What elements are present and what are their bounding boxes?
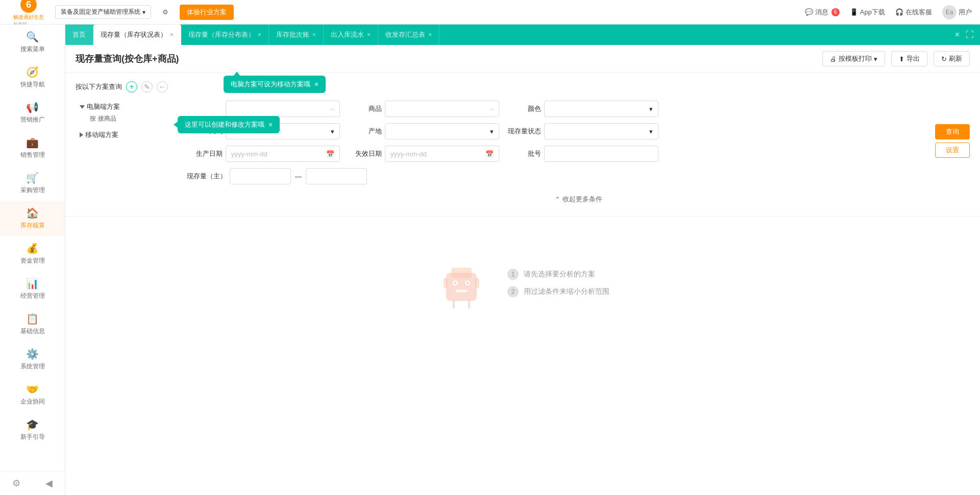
svg-point-5 [467, 282, 469, 284]
export-button[interactable]: ⬆ 导出 [891, 51, 927, 66]
calendar-icon2: 📅 [485, 150, 494, 158]
filter-field-origin: 产地 ▾ [346, 123, 499, 139]
sidebar-item-search[interactable]: 🔍 搜索菜单 [0, 25, 65, 60]
user-button[interactable]: Ea 用户 [942, 5, 972, 19]
tab-home[interactable]: 首页 [65, 25, 93, 45]
support-icon: 🎧 [895, 8, 903, 16]
collapse-filter-button[interactable]: ⌃ 收起更多条件 [187, 191, 970, 208]
tab-stock-status[interactable]: 现存量（库存状况表） × [93, 25, 181, 45]
sidebar-item-system[interactable]: ⚙️ 系统管理 [0, 342, 65, 377]
basic-icon: 📋 [26, 313, 39, 325]
page-header: 现存量查询(按仓库+商品) 🖨 按模板打印 ▾ ⬆ 导出 ↻ [65, 45, 980, 73]
filter-row-2: 尺码 ▾ 产地 ▾ [187, 123, 970, 139]
trial-button[interactable]: 体验行业方案 [180, 5, 234, 20]
purchase-icon: 🛒 [26, 172, 39, 184]
print-template-button[interactable]: 🖨 按模板打印 ▾ [822, 51, 885, 66]
warehouse-select[interactable]: ··· [226, 101, 340, 117]
content-area: 首页 现存量（库存状况表） × 现存量（库存分布表） × 库存批次账 × 出入库… [65, 25, 980, 495]
tab-close-stock-status[interactable]: × [170, 31, 174, 38]
refresh-icon: ↻ [941, 55, 947, 63]
tab-close-in-out-flow[interactable]: × [367, 31, 371, 38]
empty-illustration [436, 257, 487, 309]
sidebar-item-guide[interactable]: 🎓 新手引导 [0, 412, 65, 447]
filter-back-button[interactable]: ← [157, 81, 168, 92]
refresh-button[interactable]: ↻ 刷新 [934, 51, 970, 66]
sidebar-menu: 🔍 搜索菜单 🧭 快捷导航 📢 营销推广 💼 销售管理 🛒 采购管 [0, 25, 65, 471]
sidebar-settings-button[interactable]: ⚙ [10, 476, 22, 491]
tooltip1-close-button[interactable]: × [314, 80, 318, 88]
filter-field-goods: 商品 ··· [346, 101, 499, 117]
logo-area: 6 畅捷通好生意 标准版 [8, 0, 49, 28]
filter-row-4: 现存量（主） — [187, 168, 970, 184]
filter-add-button[interactable]: + [126, 81, 137, 92]
collapse-icon [80, 132, 83, 137]
sidebar-item-purchase[interactable]: 🛒 采购管理 [0, 166, 65, 201]
goods-select[interactable]: ··· [385, 101, 499, 117]
scheme-group-pc-header[interactable]: 电脑端方案 [80, 101, 177, 113]
app-download-button[interactable]: 📱 App下载 [850, 8, 885, 17]
filter-field-expire-date: 失效日期 yyyy-mm-dd 📅 [346, 146, 499, 162]
filter-field-batch: 批号 [505, 146, 658, 162]
filter-row-1: ··· 商品 ··· [187, 101, 970, 117]
guide-icon: 🎓 [26, 418, 39, 431]
sidebar-item-inventory[interactable]: 🏠 库存核算 [0, 201, 65, 236]
scheme-group-pc: 电脑端方案 按 接商品 [80, 101, 177, 125]
page-content: 现存量查询(按仓库+商品) 🖨 按模板打印 ▾ ⬆ 导出 ↻ [65, 45, 980, 495]
stock-status-select[interactable]: ▾ [544, 123, 658, 139]
sidebar-item-nav[interactable]: 🧭 快捷导航 [0, 60, 65, 95]
system-selector[interactable]: 装备及固定资产辅助管理系统 ▾ [55, 5, 151, 19]
filter-header: 按以下方案查询 + ✎ ← 电脑方案可设为移动方案哦 × [76, 81, 970, 92]
calendar-icon: 📅 [326, 150, 334, 158]
chevron-down-icon: ▾ [649, 128, 653, 135]
sidebar-item-operation[interactable]: 📊 经营管理 [0, 271, 65, 307]
chevron-down-icon: ▾ [331, 128, 334, 135]
search-icon: 🔍 [26, 31, 39, 43]
tab-stock-batch[interactable]: 库存批次账 × [269, 25, 324, 45]
tab-fullscreen-button[interactable]: ⛶ [964, 28, 976, 41]
filter-edit-button[interactable]: ✎ [141, 81, 153, 92]
origin-select[interactable]: ▾ [385, 123, 499, 139]
main-layout: 🔍 搜索菜单 🧭 快捷导航 📢 营销推广 💼 销售管理 🛒 采购管 [0, 25, 980, 495]
settings-icon[interactable]: ⚙ [157, 4, 174, 20]
svg-rect-7 [444, 278, 448, 288]
expire-date-input[interactable]: yyyy-mm-dd 📅 [385, 146, 499, 162]
scheme-tree: 电脑端方案 按 接商品 这 [80, 101, 177, 208]
online-support-button[interactable]: 🎧 在线客服 [895, 8, 932, 17]
filter-rows: ··· 商品 ··· [177, 101, 970, 208]
scheme-group-mobile-header[interactable]: 移动端方案 [80, 129, 177, 141]
tab-stock-dist[interactable]: 现存量（库存分布表） × [181, 25, 269, 45]
tab-close-stock-dist[interactable]: × [258, 31, 261, 38]
produce-date-input[interactable]: yyyy-mm-dd 📅 [226, 146, 340, 162]
sidebar-item-sales[interactable]: 💼 销售管理 [0, 130, 65, 166]
sidebar-item-corp[interactable]: 🤝 企业协同 [0, 377, 65, 412]
sidebar-item-marketing[interactable]: 📢 营销推广 [0, 95, 65, 130]
tooltip-pc-scheme-content: 电脑方案可设为移动方案哦 × [224, 76, 326, 93]
color-select[interactable]: ▾ [544, 101, 658, 117]
filter-field-stock-status: 现存量状态 ▾ [505, 123, 658, 139]
tab-close-collect-send[interactable]: × [428, 31, 432, 38]
tab-collect-send[interactable]: 收发存汇总表 × [378, 25, 439, 45]
batch-input[interactable] [544, 146, 658, 162]
filter-row-3: 生产日期 yyyy-mm-dd 📅 失效日期 yyyy-mm [187, 146, 970, 162]
stock-qty-min-input[interactable] [230, 168, 291, 184]
sidebar-item-basic[interactable]: 📋 基础信息 [0, 307, 65, 342]
corp-icon: 🤝 [26, 383, 39, 395]
sidebar-collapse-button[interactable]: ◀ [43, 476, 55, 491]
expand-icon [80, 105, 85, 109]
tab-bar-end: × ⛶ [953, 28, 980, 41]
stock-qty-max-input[interactable] [306, 168, 367, 184]
search-button[interactable]: 查询 [935, 124, 970, 139]
tab-bar: 首页 现存量（库存状况表） × 现存量（库存分布表） × 库存批次账 × 出入库… [65, 25, 980, 45]
reset-button[interactable]: 设置 [935, 143, 970, 158]
dots-icon: ··· [330, 105, 335, 113]
scheme-area: 电脑端方案 按 接商品 这 [76, 101, 970, 208]
sidebar-item-finance[interactable]: 💰 资金管理 [0, 236, 65, 271]
tab-close-stock-batch[interactable]: × [312, 31, 316, 38]
messages-button[interactable]: 💬 消息 6 [805, 8, 840, 17]
tooltip2-close-button[interactable]: × [268, 121, 273, 129]
tooltip-arrow [234, 72, 240, 76]
svg-point-4 [454, 282, 456, 284]
tab-in-out-flow[interactable]: 出入库流水 × [324, 25, 378, 45]
scheme-pc-child-goods[interactable]: 按 接商品 [80, 113, 177, 125]
tab-close-all-button[interactable]: × [953, 28, 962, 41]
